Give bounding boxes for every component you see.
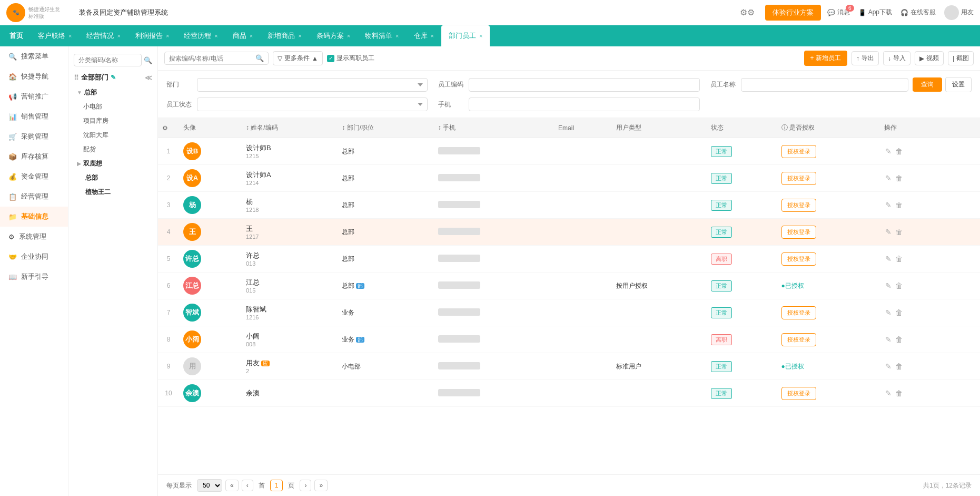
export-button[interactable]: ↑ 导出 — [852, 51, 879, 65]
settings-icon[interactable]: ⚙ — [740, 7, 755, 17]
cell-auth[interactable]: 授权登录 — [777, 326, 880, 353]
delete-button[interactable]: 🗑 — [895, 335, 903, 344]
close-icon[interactable]: × — [347, 33, 350, 39]
sidebar-item-guide[interactable]: 📖 新手引导 — [0, 267, 68, 287]
auth-button[interactable]: 授权登录 — [781, 145, 816, 158]
emp-search-input[interactable] — [169, 55, 253, 62]
cell-auth[interactable]: 授权登录 — [777, 380, 880, 407]
delete-button[interactable]: 🗑 — [895, 308, 903, 317]
cell-auth[interactable]: 授权登录 — [777, 165, 880, 192]
first-page-button[interactable]: « — [225, 480, 239, 491]
close-icon[interactable]: × — [298, 33, 301, 39]
tab-department[interactable]: 部门员工 × — [441, 25, 490, 46]
show-resigned-wrap[interactable]: ✓ 显示离职员工 — [327, 54, 374, 63]
edit-button[interactable]: ✎ — [885, 308, 892, 317]
edit-dept-icon[interactable]: ✎ — [111, 74, 116, 81]
sidebar-item-nav[interactable]: 🏠 快捷导航 — [0, 66, 68, 86]
query-button[interactable]: 查询 — [913, 77, 942, 92]
sidebar-item-marketing[interactable]: 📢 营销推广 — [0, 86, 68, 106]
dept-item-xiaobu[interactable]: 小电部 — [68, 100, 157, 114]
collapse-dept-icon[interactable]: ≪ — [145, 74, 152, 82]
close-icon[interactable]: × — [479, 33, 482, 39]
phone-filter-input[interactable] — [469, 98, 699, 111]
sidebar-item-management[interactable]: 📋 经营管理 — [0, 187, 68, 207]
cell-auth[interactable]: 授权登录 — [777, 219, 880, 246]
close-icon[interactable]: × — [166, 33, 169, 39]
delete-button[interactable]: 🗑 — [895, 228, 903, 236]
tab-add-goods[interactable]: 新增商品 × — [260, 25, 309, 46]
tab-history[interactable]: 经营历程 × — [176, 25, 225, 46]
sidebar-item-inventory[interactable]: 📦 库存核算 — [0, 147, 68, 167]
trial-button[interactable]: 体验行业方案 — [765, 5, 821, 21]
auth-button[interactable]: 授权登录 — [781, 199, 816, 212]
show-resigned-checkbox[interactable]: ✓ — [327, 55, 334, 62]
sidebar-item-finance[interactable]: 💰 资金管理 — [0, 167, 68, 187]
delete-button[interactable]: 🗑 — [895, 255, 903, 263]
dept-item-shenyang[interactable]: 沈阳大库 — [68, 128, 157, 142]
tab-barcode[interactable]: 条码方案 × — [309, 25, 358, 46]
close-icon[interactable]: × — [395, 33, 399, 39]
cell-auth[interactable]: 授权登录 — [777, 192, 880, 219]
user-item[interactable]: 用友 — [944, 5, 974, 20]
col-dept[interactable]: ↕ 部门/职位 — [338, 118, 433, 138]
cell-auth[interactable]: 授权登录 — [777, 138, 880, 165]
cell-auth[interactable]: ●已授权 — [777, 273, 880, 299]
service-item[interactable]: 🎧 在线客服 — [900, 8, 936, 17]
emp-name-input[interactable] — [741, 78, 908, 92]
set-button[interactable]: 设置 — [945, 77, 972, 92]
edit-button[interactable]: ✎ — [885, 174, 892, 182]
edit-button[interactable]: ✎ — [885, 281, 892, 290]
more-filter-button[interactable]: ▽ 更多条件 ▲ — [273, 51, 323, 65]
edit-button[interactable]: ✎ — [885, 389, 892, 397]
delete-button[interactable]: 🗑 — [895, 362, 903, 371]
message-icon-item[interactable]: 💬 消息 6 — [827, 8, 850, 17]
tab-operation[interactable]: 经营情况 × — [79, 25, 127, 46]
dept-filter-select[interactable] — [197, 78, 428, 92]
auth-button[interactable]: 授权登录 — [781, 387, 816, 400]
close-icon[interactable]: × — [431, 33, 434, 39]
sidebar-item-sales[interactable]: 📊 销售管理 — [0, 106, 68, 127]
edit-button[interactable]: ✎ — [885, 147, 892, 155]
dept-all-header[interactable]: ⠿ 全部部门 ✎ ≪ — [68, 70, 157, 85]
auth-button[interactable]: 授权登录 — [781, 172, 816, 185]
col-phone[interactable]: ↕ 手机 — [434, 118, 554, 138]
sidebar-item-purchase[interactable]: 🛒 采购管理 — [0, 127, 68, 147]
sidebar-item-collab[interactable]: 🤝 企业协同 — [0, 247, 68, 267]
tab-home[interactable]: 首页 — [2, 25, 31, 46]
auth-button[interactable]: 授权登录 — [781, 306, 816, 319]
close-icon[interactable]: × — [68, 33, 72, 39]
sidebar-item-system[interactable]: ⚙ 系统管理 — [0, 227, 68, 247]
tab-goods[interactable]: 商品 × — [225, 25, 260, 46]
auth-button[interactable]: 授权登录 — [781, 226, 816, 239]
edit-button[interactable]: ✎ — [885, 335, 892, 344]
dept-group-shuanglu[interactable]: ▶ 双鹿想 — [68, 157, 157, 171]
cell-auth[interactable]: ●已授权 — [777, 353, 880, 380]
auth-button[interactable]: 授权登录 — [781, 333, 816, 346]
delete-button[interactable]: 🗑 — [895, 201, 903, 209]
delete-button[interactable]: 🗑 — [895, 389, 903, 397]
sidebar-item-basic[interactable]: 📁 基础信息 — [0, 207, 68, 227]
col-name[interactable]: ↕ 姓名/编码 — [242, 118, 338, 138]
cell-auth[interactable]: 授权登录 — [777, 299, 880, 326]
delete-button[interactable]: 🗑 — [895, 281, 903, 290]
cell-auth[interactable]: 授权登录 — [777, 246, 880, 273]
auth-button[interactable]: 授权登录 — [781, 252, 816, 266]
edit-button[interactable]: ✎ — [885, 201, 892, 209]
emp-code-input[interactable] — [469, 78, 699, 92]
app-download-item[interactable]: 📱 App下载 — [858, 8, 892, 17]
help-button[interactable]: | 截图 — [948, 51, 974, 65]
dept-item-project[interactable]: 项目库房 — [68, 114, 157, 128]
close-icon[interactable]: × — [250, 33, 253, 39]
tab-customer[interactable]: 客户联络 × — [31, 25, 79, 46]
delete-button[interactable]: 🗑 — [895, 147, 903, 155]
dept-item-peihuo[interactable]: 配货 — [68, 142, 157, 157]
dept-group-zongbu[interactable]: 总部 — [68, 171, 157, 185]
view-button[interactable]: ▶ 视频 — [915, 51, 944, 65]
edit-button[interactable]: ✎ — [885, 228, 892, 236]
status-filter-select[interactable] — [197, 98, 428, 111]
close-icon[interactable]: × — [214, 33, 217, 39]
sidebar-item-search[interactable]: 🔍 搜索菜单 — [0, 46, 68, 66]
add-employee-button[interactable]: + 新增员工 — [804, 51, 847, 66]
dept-group-general[interactable]: ▼ 总部 — [68, 85, 157, 100]
dept-search-input[interactable] — [74, 54, 142, 66]
